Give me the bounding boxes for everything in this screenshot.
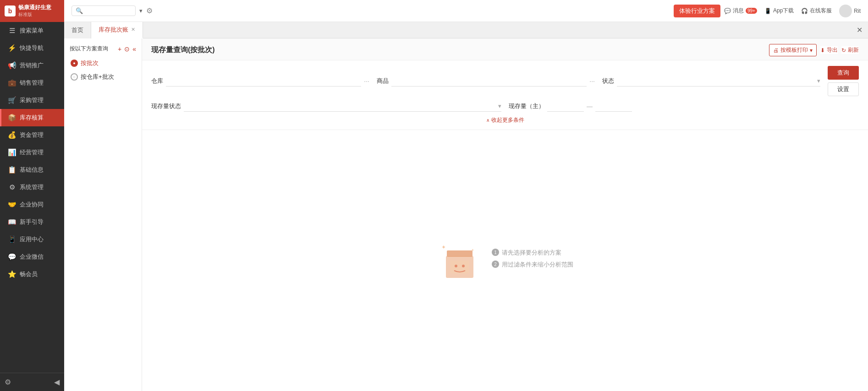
avatar — [839, 5, 852, 17]
tab-inventory-batch[interactable]: 库存批次账 ✕ — [91, 22, 143, 38]
vip-icon: ⭐ — [8, 270, 16, 278]
scheme-query-label: 按以下方案查询 — [70, 45, 108, 53]
topbar-left: 🔍 ▾ ⚙ — [71, 5, 670, 16]
phone-icon: 📱 — [764, 8, 771, 14]
sidebar-item-label-quick: 快捷导航 — [20, 44, 44, 52]
query-actions: 查询 设置 — [828, 66, 859, 96]
status-dropdown-icon[interactable]: ▾ — [817, 77, 820, 84]
app-download-btn[interactable]: 📱 App下载 — [764, 7, 794, 15]
stock-status-label: 现存量状态 — [151, 102, 181, 110]
warehouse-input[interactable] — [166, 76, 361, 87]
tab-inventory-batch-label: 库存批次账 — [99, 26, 128, 34]
tab-home-label: 首页 — [71, 26, 83, 34]
sidebar-item-label-purchase: 采购管理 — [20, 96, 44, 104]
sidebar-bottom: ⚙ ◀ — [0, 373, 64, 391]
scheme-item-warehouse-batch[interactable]: ○ 按仓库+批次 — [64, 70, 142, 84]
refresh-button[interactable]: ↻ 刷新 — [841, 46, 859, 54]
sidebar-item-newbie[interactable]: 📖 新手引导 — [0, 213, 64, 231]
online-service-btn[interactable]: 🎧 在线客服 — [801, 7, 832, 15]
sidebar-item-finance[interactable]: 💰 资金管理 — [0, 126, 64, 144]
sales-icon: 💼 — [8, 79, 16, 87]
sidebar-item-label-vip: 畅会员 — [20, 270, 38, 278]
content-area: 按以下方案查询 + ⊙ « ● 按批次 ○ 按仓库+批次 现存量查询(按批次) — [64, 38, 868, 391]
topbar-gear-icon[interactable]: ⚙ — [146, 6, 153, 15]
sidebar-settings-icon[interactable]: ⚙ — [5, 378, 11, 386]
sidebar-item-inventory[interactable]: 📦 库存核算 — [0, 109, 64, 126]
scheme-item-batch[interactable]: ● 按批次 — [64, 56, 142, 70]
sidebar-item-vip[interactable]: ⭐ 畅会员 — [0, 266, 64, 283]
sidebar-item-operations[interactable]: 📊 经营管理 — [0, 144, 64, 161]
sidebar-item-system[interactable]: ⚙ 系统管理 — [0, 179, 64, 196]
topbar-search-icon: 🔍 — [76, 7, 83, 14]
empty-state: ✦ ✦ 1 请先选择要分析的方案 2 用过滤条件来缩小分析范围 — [142, 130, 868, 391]
page-title: 现存量查询(按批次) — [151, 45, 215, 55]
query-button[interactable]: 查询 — [828, 66, 859, 80]
online-service-label: 在线客服 — [810, 7, 832, 15]
export-button[interactable]: ⬇ 导出 — [820, 46, 838, 54]
trial-button[interactable]: 体验行业方案 — [674, 5, 720, 17]
search-menu-icon: ☰ — [8, 27, 16, 35]
scheme-batch-label: 按批次 — [81, 59, 99, 67]
finance-icon: 💰 — [8, 131, 16, 139]
product-label: 商品 — [377, 77, 389, 85]
status-filter: 状态 ▾ — [602, 76, 820, 87]
settings-button[interactable]: 设置 — [828, 82, 859, 96]
warehouse-dots[interactable]: ··· — [364, 77, 369, 85]
sidebar-item-label-enterprise: 企业协同 — [20, 201, 44, 209]
filter-area: 仓库 ··· 商品 ··· 状态 ▾ — [142, 60, 868, 130]
sidebar-scroll: ☰ 搜索菜单 ⚡ 快捷导航 📢 营销推广 💼 销售管理 🛒 采购管理 📦 库存核… — [0, 22, 64, 373]
sidebar-item-label-newbie: 新手引导 — [20, 218, 44, 226]
empty-step1: 请先选择要分析的方案 — [502, 249, 561, 257]
sidebar-item-marketing[interactable]: 📢 营销推广 — [0, 57, 64, 74]
sidebar-item-search-menu[interactable]: ☰ 搜索菜单 — [0, 22, 64, 39]
collapse-text: 收起更多条件 — [491, 116, 524, 124]
scheme-add-icon[interactable]: + — [118, 45, 121, 53]
product-dots[interactable]: ··· — [589, 77, 595, 85]
tab-home[interactable]: 首页 — [64, 22, 91, 38]
svg-text:✦: ✦ — [441, 244, 446, 250]
service-icon: 🎧 — [801, 8, 808, 14]
sidebar-collapse-icon[interactable]: ◀ — [54, 378, 60, 386]
sidebar-item-label-wechat: 企业微信 — [20, 253, 44, 261]
sidebar-item-label-search: 搜索菜单 — [20, 27, 44, 35]
tab-bar-close-button[interactable]: ✕ — [851, 26, 868, 34]
sidebar-header: b 畅康通好生意 标准版 — [0, 0, 64, 22]
topbar-dropdown-icon[interactable]: ▾ — [139, 7, 143, 14]
scheme-settings-icon[interactable]: ⊙ — [124, 45, 130, 53]
print-button[interactable]: 🖨 按模板打印 ▾ — [769, 44, 817, 56]
stock-qty-min[interactable] — [547, 101, 584, 112]
sidebar-item-sales[interactable]: 💼 销售管理 — [0, 74, 64, 92]
stock-qty-max[interactable] — [595, 101, 632, 112]
purchase-icon: 🛒 — [8, 96, 16, 104]
refresh-icon: ↻ — [841, 47, 846, 54]
topbar-search-box[interactable]: 🔍 — [71, 5, 136, 16]
app-download-label: App下载 — [773, 7, 794, 15]
product-filter: 商品 ··· — [377, 76, 595, 87]
stock-status-dropdown-icon[interactable]: ▾ — [498, 103, 501, 109]
sidebar-item-wechat[interactable]: 💬 企业微信 — [0, 248, 64, 266]
scheme-collapse-icon[interactable]: « — [132, 45, 136, 53]
topbar: 🔍 ▾ ⚙ 体验行业方案 💬 消息 99+ 📱 App下载 🎧 在线客服 — [64, 0, 868, 22]
filter-row-2: 现存量状态 ▾ 现存量（主） — — [151, 101, 859, 112]
left-panel: 按以下方案查询 + ⊙ « ● 按批次 ○ 按仓库+批次 — [64, 38, 142, 391]
status-label: 状态 — [602, 77, 614, 85]
sidebar-item-quick-nav[interactable]: ⚡ 快捷导航 — [0, 39, 64, 57]
page-title-bar: 现存量查询(按批次) 🖨 按模板打印 ▾ ⬇ 导出 ↻ 刷新 — [142, 38, 868, 60]
svg-point-3 — [455, 265, 457, 267]
filter-collapse-btn[interactable]: ∧ 收起更多条件 — [151, 116, 859, 124]
product-input[interactable] — [391, 76, 587, 87]
user-avatar-btn[interactable]: Rit — [839, 5, 861, 17]
sidebar-item-enterprise[interactable]: 🤝 企业协同 — [0, 196, 64, 213]
svg-text:✦: ✦ — [471, 248, 474, 252]
export-label: 导出 — [827, 46, 838, 54]
page-title-actions: 🖨 按模板打印 ▾ ⬇ 导出 ↻ 刷新 — [769, 44, 859, 56]
tab-close-icon[interactable]: ✕ — [131, 27, 135, 33]
messages-btn[interactable]: 💬 消息 99+ — [724, 7, 757, 15]
topbar-search-input[interactable] — [85, 8, 121, 14]
operations-icon: 📊 — [8, 148, 16, 157]
sidebar-item-basic-info[interactable]: 📋 基础信息 — [0, 161, 64, 179]
sidebar-item-app-center[interactable]: 📱 应用中心 — [0, 231, 64, 248]
empty-step2: 用过滤条件来缩小分析范围 — [502, 261, 573, 269]
sidebar-item-label-finance: 资金管理 — [20, 131, 44, 139]
sidebar-item-purchase[interactable]: 🛒 采购管理 — [0, 92, 64, 109]
